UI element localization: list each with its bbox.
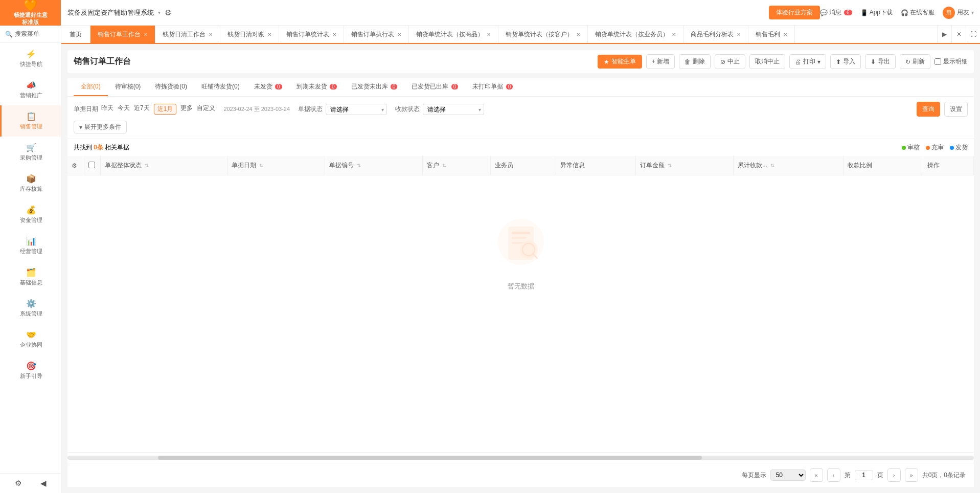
- filter-status-select[interactable]: 请选择: [326, 104, 387, 115]
- sidebar-item-quick-nav[interactable]: ⚡ 快捷导航: [0, 43, 61, 74]
- sidebar-item-sales[interactable]: 📋 销售管理: [0, 105, 61, 137]
- tab-sales-order-workbench-close[interactable]: ✕: [144, 32, 148, 37]
- sub-tab-all[interactable]: 全部(0): [74, 78, 108, 96]
- tab-cash-goods-reconcile[interactable]: 钱货日清对账 ✕: [220, 26, 279, 43]
- next-page-btn[interactable]: ›: [887, 468, 901, 482]
- settings-button[interactable]: 设置: [944, 102, 968, 117]
- smart-create-button[interactable]: ★ 智能生单: [598, 55, 642, 69]
- date-opt-more[interactable]: 更多: [180, 104, 193, 115]
- sidebar-item-inventory[interactable]: 📦 库存核算: [0, 168, 61, 199]
- tab-sales-stats-product-close[interactable]: ✕: [487, 32, 491, 37]
- settings-icon[interactable]: ⚙: [15, 479, 21, 488]
- sidebar-item-system[interactable]: ⚙️ 系统管理: [0, 293, 61, 324]
- sidebar-item-guide[interactable]: 🎯 新手引导: [0, 355, 61, 386]
- tab-scroll-right[interactable]: ▶: [937, 26, 951, 43]
- show-detail-checkbox-label[interactable]: 显示明细: [935, 57, 968, 66]
- sort-status-icon[interactable]: ⇅: [145, 163, 149, 168]
- tab-cash-daily-workbench[interactable]: 钱货日清工作台 ✕: [155, 26, 220, 43]
- action-unsubmit[interactable]: 充审: [926, 143, 944, 152]
- tab-close-all[interactable]: ✕: [951, 26, 966, 43]
- filter-payment-select[interactable]: 请选择: [423, 104, 484, 115]
- collapse-icon[interactable]: ◀: [40, 479, 47, 488]
- sort-date-icon[interactable]: ⇅: [259, 163, 263, 168]
- app-download-action[interactable]: 📱 App下载: [860, 8, 893, 17]
- scrollbar-track[interactable]: [67, 456, 974, 460]
- sidebar-item-marketing[interactable]: 📣 营销推广: [0, 74, 61, 105]
- print-button[interactable]: 🖨 打印 ▾: [789, 54, 826, 69]
- sub-tab-pending-inspection[interactable]: 待拣货验(0): [148, 78, 194, 96]
- tab-product-gross-margin-close[interactable]: ✕: [737, 32, 741, 37]
- page-input[interactable]: [855, 470, 873, 480]
- sub-tab-wangpu-pending-ship[interactable]: 旺铺待发货(0): [194, 78, 247, 96]
- refresh-button[interactable]: ↻ 刷新: [900, 54, 930, 69]
- action-review[interactable]: 审核: [902, 143, 920, 152]
- prev-page-btn[interactable]: ‹: [827, 468, 840, 482]
- tab-maximize[interactable]: ⛶: [966, 26, 980, 43]
- tab-sales-profit[interactable]: 销售毛利 ✕: [748, 26, 795, 43]
- sub-tab-shipped-out[interactable]: 已发货已出库 0: [404, 78, 465, 96]
- gear-icon[interactable]: ⚙: [165, 8, 171, 17]
- tab-sales-stats-customer-close[interactable]: ✕: [576, 32, 580, 37]
- date-opt-last7[interactable]: 近7天: [134, 104, 150, 115]
- delete-button[interactable]: 🗑 删除: [679, 54, 711, 69]
- sidebar-item-operations[interactable]: 📊 经营管理: [0, 230, 61, 261]
- show-detail-checkbox[interactable]: [935, 58, 941, 65]
- sort-collected-icon[interactable]: ⇅: [770, 163, 774, 168]
- tab-sales-profit-close[interactable]: ✕: [783, 32, 787, 37]
- tab-cash-goods-close[interactable]: ✕: [267, 32, 271, 37]
- sidebar-item-search[interactable]: 🔍 搜索菜单: [0, 26, 61, 43]
- tab-sales-order-exec-close[interactable]: ✕: [397, 32, 401, 37]
- sidebar-item-basic-info[interactable]: 🗂️ 基础信息: [0, 261, 61, 293]
- tab-sales-stats-customer[interactable]: 销货单统计表（按客户） ✕: [498, 26, 588, 43]
- col-settings[interactable]: ⚙: [67, 156, 84, 175]
- import-button[interactable]: ⬆ 导入: [830, 54, 861, 69]
- query-button[interactable]: 查询: [917, 102, 940, 117]
- sub-tab-shipped-not-out[interactable]: 已发货未出库 0: [344, 78, 405, 96]
- user-area[interactable]: 用 用友 ▾: [943, 7, 974, 19]
- enterprise-label: 企业协同: [20, 341, 42, 349]
- tab-home[interactable]: 首页: [61, 26, 90, 43]
- sidebar-item-purchase[interactable]: 🛒 采购管理: [0, 137, 61, 168]
- sub-tab-pending-review[interactable]: 待审核(0): [108, 78, 148, 96]
- tab-sales-order-exec[interactable]: 销售订单执行表 ✕: [344, 26, 409, 43]
- action-ship[interactable]: 发货: [950, 143, 968, 152]
- first-page-btn[interactable]: «: [810, 468, 823, 482]
- message-action[interactable]: 💬 消息 6: [820, 8, 852, 17]
- system-title-area: 装备及固定资产辅助管理系统 ▾ ⚙: [67, 8, 765, 17]
- date-opt-today[interactable]: 今天: [118, 104, 130, 115]
- horizontal-scrollbar[interactable]: [67, 452, 974, 463]
- tab-sales-stats-staff[interactable]: 销货单统计表（按业务员） ✕: [588, 26, 683, 43]
- scrollbar-thumb[interactable]: [158, 456, 702, 460]
- sort-customer-icon[interactable]: ⇅: [442, 163, 446, 168]
- tab-product-gross-margin[interactable]: 商品毛利分析表 ✕: [683, 26, 748, 43]
- experience-button[interactable]: 体验行业方案: [769, 6, 820, 19]
- export-button[interactable]: ⬇ 导出: [865, 54, 896, 69]
- sub-tab-not-shipped[interactable]: 未发货 0: [247, 78, 289, 96]
- col-checkbox[interactable]: [84, 156, 100, 175]
- tab-sales-order-stats[interactable]: 销售订单统计表 ✕: [279, 26, 344, 43]
- sidebar-item-enterprise[interactable]: 🤝 企业协同: [0, 324, 61, 355]
- per-page-select[interactable]: 50 100 200: [770, 469, 806, 481]
- date-opt-custom[interactable]: 自定义: [197, 104, 215, 115]
- tab-sales-stats-staff-close[interactable]: ✕: [672, 32, 676, 37]
- last-page-btn[interactable]: »: [905, 468, 918, 482]
- new-button[interactable]: + 新增: [646, 54, 675, 69]
- sidebar: 🧡 畅捷通好生意 标准版 🔍 搜索菜单 ⚡ 快捷导航 📣 营销推广 📋 销售管理…: [0, 0, 61, 493]
- stop-button[interactable]: ⊘ 中止: [715, 54, 745, 69]
- tab-sales-order-workbench[interactable]: 销售订单工作台 ✕: [90, 26, 155, 43]
- sort-number-icon[interactable]: ⇅: [357, 163, 361, 168]
- cancel-stop-button[interactable]: 取消中止: [749, 54, 785, 69]
- expand-filter-button[interactable]: ▾ 展开更多条件: [74, 121, 127, 133]
- sub-tab-not-printed[interactable]: 未打印单据 0: [465, 78, 520, 96]
- sidebar-item-finance[interactable]: 💰 资金管理: [0, 199, 61, 230]
- tab-product-gross-margin-label: 商品毛利分析表: [691, 30, 734, 39]
- tab-sales-order-stats-close[interactable]: ✕: [332, 32, 336, 37]
- sub-tab-expired-not-shipped[interactable]: 到期未发货 0: [289, 78, 344, 96]
- sort-amount-icon[interactable]: ⇅: [668, 163, 672, 168]
- tab-sales-stats-product[interactable]: 销货单统计表（按商品） ✕: [409, 26, 498, 43]
- date-opt-yesterday[interactable]: 昨天: [101, 104, 113, 115]
- tab-cash-daily-close[interactable]: ✕: [209, 32, 213, 37]
- select-all-checkbox[interactable]: [88, 162, 95, 168]
- date-opt-last1month[interactable]: 近1月: [154, 104, 177, 115]
- online-service-action[interactable]: 🎧 在线客服: [901, 8, 935, 17]
